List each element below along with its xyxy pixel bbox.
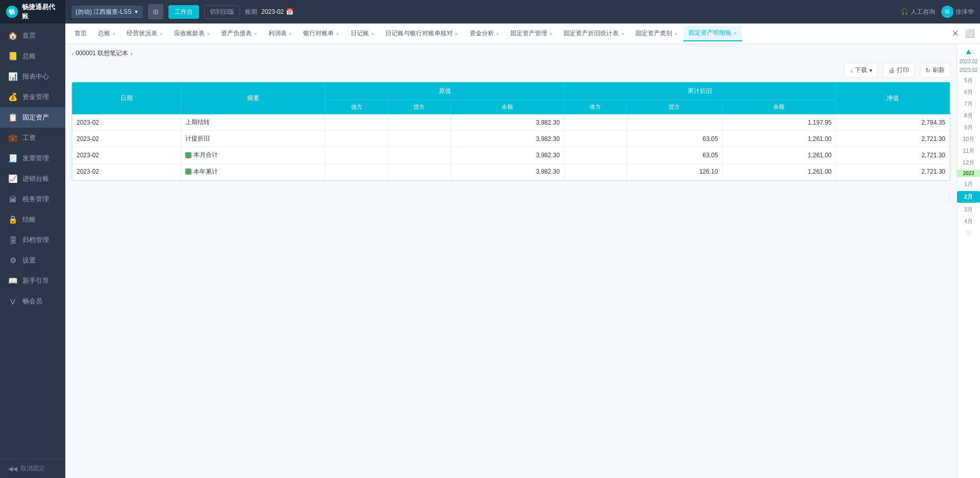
sidebar-item-capital[interactable]: 💰 资金管理 — [0, 87, 65, 107]
sidebar-item-label: 报表中心 — [22, 72, 49, 81]
dropdown-arrow-icon: ▾ — [869, 67, 872, 74]
sidebar-item-label: 设置 — [22, 256, 36, 265]
tab-close-profit[interactable]: × — [289, 31, 292, 37]
archive-icon: 🗄 — [8, 236, 17, 245]
sidebar-item-label: 畅会员 — [22, 297, 42, 306]
refresh-button[interactable]: ↻ 刷新 — [920, 63, 950, 78]
tab-close-balance[interactable]: × — [254, 31, 257, 37]
tab-reconcile[interactable]: 日记账与银行对账单核对 × — [380, 26, 463, 41]
sidebar-item-guide[interactable]: 📖 新手引导 — [0, 271, 65, 291]
tab-close-asset-mgmt[interactable]: × — [549, 31, 552, 37]
timeline-bottom-icon: ⊙ — [965, 227, 973, 237]
sidebar-item-tax[interactable]: 🏛 税务管理 — [0, 189, 65, 209]
sidebar-item-payroll[interactable]: 💼 工资 — [0, 128, 65, 148]
support-button[interactable]: 🎧 人工咨询 — [901, 8, 935, 16]
maximize-button[interactable]: ⬜ — [964, 28, 976, 39]
timeline-month-11[interactable]: 11月 — [957, 145, 980, 157]
company-selector[interactable]: (勿动) 江西服查-LSS ▾ — [71, 6, 143, 18]
tab-close-journal[interactable]: × — [371, 31, 374, 37]
copy-button[interactable]: ⊞ — [148, 4, 163, 19]
cell-acc-balance: 1,197.95 — [722, 114, 836, 131]
user-profile[interactable]: 徐 徐泽华 — [941, 6, 974, 18]
sidebar-item-home[interactable]: 🏠 首页 — [0, 26, 65, 46]
timeline-month-4[interactable]: 4月 — [957, 216, 980, 227]
closing-icon: 🔒 — [8, 215, 17, 224]
tab-close-asset-detail[interactable]: × — [733, 30, 737, 36]
th-acc-credit: 贷方 — [626, 100, 722, 114]
toolbar: ↓ 下载 ▾ 🖨 打印 ↻ 刷新 — [71, 63, 950, 78]
sidebar-item-reports[interactable]: 📊 报表中心 — [0, 66, 65, 87]
tab-ledger[interactable]: 总账 × — [93, 26, 120, 41]
table-row: 2023-02 上期结转 3,982.30 1,197.95 2,784.35 — [72, 114, 950, 131]
tab-close-bank[interactable]: × — [336, 31, 339, 37]
chevron-down-icon: ▾ — [135, 8, 138, 15]
tab-asset-mgmt[interactable]: 固定资产管理 × — [505, 26, 557, 41]
tab-balance[interactable]: 资产负债表 × — [216, 26, 262, 41]
tab-receivable[interactable]: 应收账龄表 × — [169, 26, 215, 41]
tab-depreciation[interactable]: 固定资产折旧统计表 × — [558, 26, 629, 41]
timeline-month-12[interactable]: 12月 — [957, 157, 980, 169]
tab-asset-type[interactable]: 固定资产类别 × — [630, 26, 682, 41]
timeline-month-7[interactable]: 7月 — [957, 98, 980, 110]
timeline-month-2-active[interactable]: 2月 — [957, 191, 980, 203]
switch-version-button[interactable]: 切到旧版 — [204, 5, 240, 19]
timeline-month-9[interactable]: 9月 — [957, 122, 980, 133]
tab-status[interactable]: 经营状况表 × — [121, 26, 167, 41]
sidebar-item-vip[interactable]: V 畅会员 — [0, 291, 65, 312]
sidebar-item-archive[interactable]: 🗄 归档管理 — [0, 230, 65, 250]
breadcrumb-prev[interactable]: ‹ — [71, 50, 74, 57]
workbench-button[interactable]: 工作台 — [168, 5, 199, 19]
tabbar: 首页 总账 × 经营状况表 × 应收账龄表 × 资产负债表 × 利润表 × 银行… — [65, 23, 980, 44]
timeline-up-arrow[interactable]: ▲ — [964, 46, 974, 57]
sidebar-footer[interactable]: ◀◀ 取消固定 — [0, 459, 65, 478]
sidebar-item-label: 新手引导 — [22, 276, 49, 285]
tab-close-ledger[interactable]: × — [112, 31, 115, 37]
breadcrumb-next[interactable]: › — [130, 50, 132, 57]
breadcrumb-current: 000001 联想笔记本 — [76, 49, 128, 58]
timeline-month-8[interactable]: 8月 — [957, 110, 980, 122]
sidebar-item-label: 首页 — [22, 31, 36, 40]
ledger-icon: 📒 — [8, 52, 17, 61]
timeline-month-3[interactable]: 3月 — [957, 204, 980, 216]
th-net-value: 净值 — [836, 83, 950, 114]
sidebar-item-closing[interactable]: 🔒 结账 — [0, 209, 65, 230]
capital-icon: 💰 — [8, 92, 17, 102]
sidebar-item-invoice[interactable]: 🧾 发票管理 — [0, 148, 65, 169]
tab-close-receivable[interactable]: × — [207, 31, 210, 37]
cell-acc-balance: 1,261.00 — [722, 147, 836, 164]
cell-net-value: 2,721.30 — [836, 147, 950, 164]
tab-close-cashflow[interactable]: × — [496, 31, 499, 37]
download-button[interactable]: ↓ 下载 ▾ — [844, 63, 878, 78]
asset-detail-table: 日期 摘要 原值 累计折旧 净值 借方 贷方 余额 借方 贷方 余额 — [71, 82, 950, 181]
tab-cashflow[interactable]: 资金分析 × — [464, 26, 504, 41]
tab-bank[interactable]: 银行对账单 × — [298, 26, 344, 41]
sidebar-item-label: 固定资产 — [22, 113, 49, 122]
sidebar-logo: 畅 畅捷通易代账 — [0, 0, 65, 23]
sidebar-item-settings[interactable]: ⚙ 设置 — [0, 250, 65, 271]
tab-home[interactable]: 首页 — [69, 26, 92, 41]
tab-asset-detail[interactable]: 固定资产明细账 × — [683, 26, 742, 41]
tab-close-reconcile[interactable]: × — [455, 31, 458, 37]
sidebar-item-sales[interactable]: 📈 进销台账 — [0, 169, 65, 189]
cell-acc-debit — [564, 163, 626, 180]
timeline-month-1[interactable]: 1月 — [957, 178, 980, 190]
tab-close-asset-type[interactable]: × — [674, 31, 677, 37]
calendar-icon[interactable]: 📅 — [286, 8, 293, 15]
th-acc-debit: 借方 — [564, 100, 626, 114]
close-all-tabs-button[interactable]: ✕ — [951, 28, 960, 39]
cell-orig-debit — [326, 114, 388, 131]
timeline-month-5[interactable]: 5月 — [957, 75, 980, 86]
copy-icon: ⊞ — [153, 8, 159, 16]
tab-journal[interactable]: 日记账 × — [346, 26, 379, 41]
sidebar-item-ledger[interactable]: 📒 总账 — [0, 46, 65, 66]
sidebar-item-assets[interactable]: 📋 固定资产 — [0, 107, 65, 128]
timeline-month-10[interactable]: 10月 — [957, 133, 980, 145]
tab-close-depreciation[interactable]: × — [621, 31, 624, 37]
print-button[interactable]: 🖨 打印 — [883, 63, 915, 78]
tab-profit[interactable]: 利润表 × — [263, 26, 297, 41]
th-orig-credit: 贷方 — [388, 100, 450, 114]
th-orig-debit: 借方 — [326, 100, 388, 114]
timeline-month-6[interactable]: 6月 — [957, 86, 980, 98]
sidebar-item-label: 归档管理 — [22, 235, 49, 245]
tab-close-status[interactable]: × — [159, 31, 162, 37]
